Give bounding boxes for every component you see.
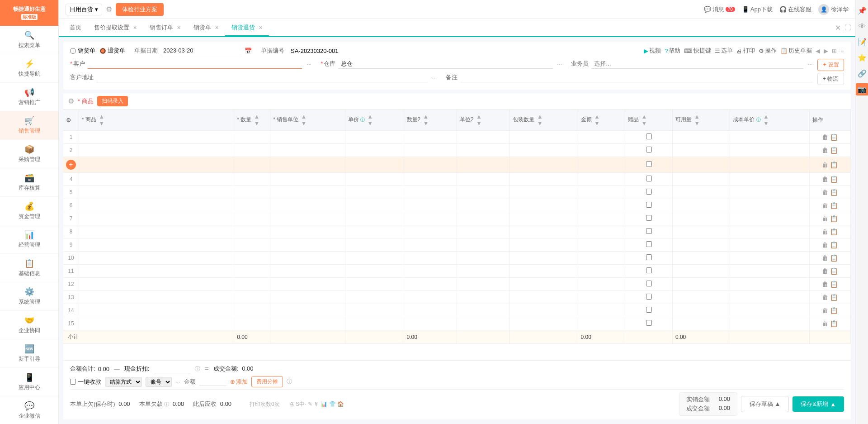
available-cell[interactable] [672,144,730,157]
copy-row-btn[interactable]: 📋 [830,320,838,327]
unit2-cell[interactable] [457,225,509,238]
gift-checkbox[interactable] [646,294,652,300]
unit2-cell[interactable] [457,173,509,186]
fee-split-btn[interactable]: 费用分摊 [251,376,283,387]
available-cell[interactable] [672,173,730,186]
unit2-cell[interactable] [457,212,509,225]
copy-row-btn[interactable]: 📋 [830,176,838,183]
pkg-qty-cell[interactable] [510,265,578,278]
unit-cell[interactable] [270,225,345,238]
unit2-cell[interactable] [457,157,509,173]
available-cell[interactable] [672,157,730,173]
gift-checkbox[interactable] [646,320,652,326]
sidebar-item-appstore[interactable]: 📱 应用中心 [0,368,58,396]
unit2-cell[interactable] [457,265,509,278]
radio-delivery[interactable]: 销货单 [70,47,95,55]
price-cell[interactable] [345,157,404,173]
gift-cell[interactable] [625,317,673,330]
delete-row-btn[interactable]: 🗑 [822,281,828,288]
gift-cell[interactable] [625,186,673,199]
available-cell[interactable] [672,278,730,291]
available-cell[interactable] [672,291,730,304]
goods-cell[interactable] [79,144,234,157]
gift-checkbox[interactable] [646,161,652,167]
unit-cell[interactable] [270,278,345,291]
goods-cell[interactable] [79,212,234,225]
logistics-btn[interactable]: + 物流 [817,73,844,85]
gift-cell[interactable] [625,157,673,173]
qty-cell[interactable] [234,199,270,212]
trial-btn[interactable]: 体验行业方案 [116,3,164,16]
date-input[interactable] [160,46,242,55]
pkg-qty-cell[interactable] [510,199,578,212]
scan-input-btn[interactable]: 扫码录入 [97,96,128,106]
help-btn[interactable]: ? 帮助 [665,47,680,55]
gift-cell[interactable] [625,199,673,212]
tab-sales-delivery[interactable]: 销货单 ✕ [187,20,225,36]
rp-icon-eye[interactable]: 👁 [857,20,868,32]
sidebar-item-finance[interactable]: 💰 资金管理 [0,197,58,225]
sidebar-item-enterprise[interactable]: 🤝 企业协同 [0,311,58,339]
pkg-qty-cell[interactable] [510,157,578,173]
pkg-qty-cell[interactable] [510,225,578,238]
warehouse-picker[interactable]: ··· [557,61,562,67]
price-cell[interactable] [345,131,404,144]
copy-row-btn[interactable]: 📋 [830,307,838,314]
cost-price-cell[interactable] [730,291,810,304]
tab-close-order[interactable]: ✕ [177,25,181,31]
settings-icon[interactable]: ⚙ [106,5,112,14]
pkg-qty-cell[interactable] [510,144,578,157]
staff-input[interactable] [591,59,803,69]
qty2-cell[interactable] [404,304,457,317]
cost-price-cell[interactable] [730,317,810,330]
delete-row-btn[interactable]: 🗑 [822,307,828,314]
delete-row-btn[interactable]: 🗑 [822,202,828,209]
amount-cell[interactable] [578,212,625,225]
amount-cell[interactable] [578,252,625,265]
goods-cell[interactable] [79,173,234,186]
gift-cell[interactable] [625,265,673,278]
available-cell[interactable] [672,131,730,144]
goods-cell[interactable] [79,238,234,252]
unit2-cell[interactable] [457,186,509,199]
gift-checkbox[interactable] [646,254,652,260]
pkg-qty-cell[interactable] [510,212,578,225]
goods-cell[interactable] [79,291,234,304]
price-cell[interactable] [345,317,404,330]
qty2-cell[interactable] [404,291,457,304]
price-cell[interactable] [345,291,404,304]
qty-cell[interactable] [234,317,270,330]
qty-cell[interactable] [234,265,270,278]
delete-row-btn[interactable]: 🗑 [822,254,828,262]
qty2-cell[interactable] [404,317,457,330]
gift-cell[interactable] [625,252,673,265]
table-gear-icon[interactable]: ⚙ [68,97,74,105]
amount-cell[interactable] [578,199,625,212]
qty2-cell[interactable] [404,157,457,173]
delete-row-btn[interactable]: 🗑 [822,161,828,168]
available-cell[interactable] [672,317,730,330]
sidebar-item-base[interactable]: 📋 基础信息 [0,254,58,282]
gift-cell[interactable] [625,225,673,238]
qty2-cell[interactable] [404,173,457,186]
copy-row-btn[interactable]: 📋 [830,147,838,154]
goods-cell[interactable] [79,225,234,238]
copy-row-btn[interactable]: 📋 [830,254,838,262]
delete-row-btn[interactable]: 🗑 [822,147,828,154]
available-cell[interactable] [672,238,730,252]
unit-cell[interactable] [270,265,345,278]
sidebar-item-wechat[interactable]: 💬 企业微信 [0,396,58,424]
gift-checkbox[interactable] [646,202,652,208]
calc-method-select[interactable]: 结算方式 [105,377,142,387]
gift-checkbox[interactable] [646,189,652,195]
save-draft-btn[interactable]: 保存草稿 ▲ [741,396,789,412]
gift-cell[interactable] [625,131,673,144]
gift-cell[interactable] [625,144,673,157]
gift-checkbox[interactable] [646,241,652,247]
unit2-cell[interactable] [457,317,509,330]
rp-icon-link[interactable]: 🔗 [856,67,868,80]
operate-btn[interactable]: ⚙ 操作 [759,47,777,55]
cost-price-cell[interactable] [730,157,810,173]
qty-cell[interactable] [234,225,270,238]
amount-cell[interactable] [578,186,625,199]
